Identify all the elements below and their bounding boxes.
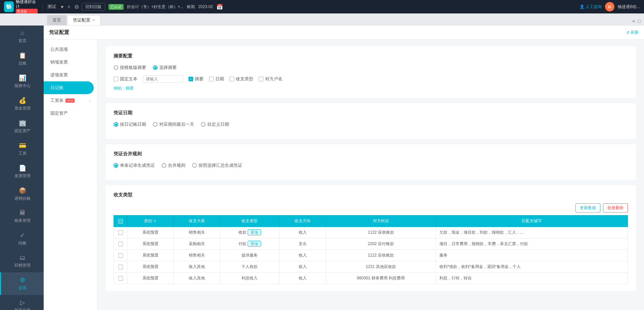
th-checkbox[interactable] [114, 216, 127, 227]
cell-category-3: 系统预置 [127, 261, 174, 273]
cell-checkbox-0[interactable] [114, 227, 127, 238]
sidebar-label-guide: 新手引导 [14, 308, 31, 310]
service-label: 人工咨询 [586, 4, 602, 10]
tax-icon: 🏛 [19, 209, 26, 217]
assets-icon: 🏢 [19, 119, 26, 127]
date-title: 凭证日期 [114, 110, 628, 116]
funds-icon: 💰 [19, 97, 26, 104]
sidebar-item-purchase[interactable]: 📦 进销台账 [0, 183, 44, 205]
sidebar-item-tax[interactable]: 🏛 税务管理 [0, 205, 44, 228]
dropdown-arrow-btn[interactable]: ▾ [61, 4, 63, 10]
service-link[interactable]: 👤 人工咨询 [579, 4, 602, 10]
type-tag-0[interactable]: 置顶 [248, 229, 261, 235]
radio-custom-date[interactable]: 自定义日期 [201, 121, 229, 127]
radio-single-record[interactable]: 单条记录生成凭证 [114, 162, 155, 168]
checkbox-counterpart[interactable]: 对方户名 [259, 76, 283, 82]
maximize-window-btn[interactable]: □ [638, 18, 641, 24]
user-name: 畅捷通B组... [618, 4, 640, 10]
calendar-btn[interactable]: 📅 [216, 4, 223, 10]
menu-item-journal[interactable]: 日记账 [44, 81, 94, 94]
cell-checkbox-1[interactable] [114, 238, 127, 250]
guide-icon: ▷ [20, 299, 25, 306]
cell-major-1: 采购相关 [174, 238, 220, 250]
sidebar-label-salary: 工资 [18, 151, 27, 156]
sidebar-label-close: 结账 [18, 240, 27, 246]
radio-period-last-day[interactable]: 对应期间最后一天 [153, 121, 194, 127]
logo-icon: 畅 [4, 1, 14, 12]
fixed-text-input[interactable] [143, 75, 183, 83]
th-type: 收支类型 [220, 216, 280, 227]
menu-item-purchase-invoice[interactable]: 进项发票 [44, 69, 97, 81]
sidebar-item-funds[interactable]: 💰 资金管理 [0, 93, 44, 115]
tab-home[interactable]: 首页 [47, 15, 67, 25]
sidebar-item-reports[interactable]: 📊 报表中心 [0, 70, 44, 93]
switch-version-btn[interactable]: 切到旧版 [82, 3, 105, 11]
radio-template-summary[interactable]: 按模板版摘要 [114, 65, 146, 71]
settings-btn[interactable]: ⚙ [74, 4, 79, 10]
merge-title: 凭证合并规则 [114, 151, 628, 157]
sidebar-item-home[interactable]: ⌂ 首页 [0, 26, 44, 48]
radio-merge-rule[interactable]: 合并规则 [162, 162, 185, 168]
close-window-btn[interactable]: × [632, 18, 635, 24]
cell-checkbox-2[interactable] [114, 250, 127, 261]
cell-direction-4: 收入 [280, 273, 326, 284]
sidebar-item-assets[interactable]: 🏢 固定资产 [0, 115, 44, 138]
sidebar-item-archive[interactable]: 🗂 归档管理 [0, 250, 44, 272]
sidebar-label-settings: 设置 [18, 285, 27, 291]
sidebar-item-close[interactable]: ✓ 结账 [0, 228, 44, 250]
cell-major-0: 销售相关 [174, 227, 220, 238]
income-section: 收支类型 更新数据 批量删除 类别 ∨ 收支大类 [105, 185, 636, 291]
cell-type-2: 提供服务 [220, 250, 280, 261]
menu-item-fixed-assets[interactable]: 固定资产 [44, 107, 97, 120]
checkbox-summary[interactable]: ✓ 摘要 [188, 76, 204, 82]
radio-period-circle [153, 122, 158, 127]
home-icon: ⌂ [20, 30, 24, 37]
tab-voucher-config[interactable]: 凭证配置 × [67, 15, 100, 25]
sidebar-label-tax: 税务管理 [14, 218, 31, 224]
menu-label-public: 公共选项 [50, 46, 68, 52]
cell-subject-3: 1221 其他应收款 [326, 261, 436, 273]
radio-period-label: 对应期间最后一天 [159, 121, 194, 127]
th-check-box [118, 219, 123, 224]
income-table: 类别 ∨ 收支大类 收支类型 收支方向 对方科目 匹配关键字 系统预置 销售相关 [114, 215, 628, 284]
cell-category-1: 系统预置 [127, 238, 174, 250]
cell-checkbox-3[interactable] [114, 261, 127, 273]
invoice-icon: 📄 [19, 164, 26, 172]
archive-icon: 🗂 [19, 254, 26, 261]
two-col: 公共选项 销项发票 进项发票 日记账 工资表 NEW › 固定资产 [44, 40, 644, 310]
tab-bar-right: × □ [632, 18, 644, 25]
cell-category-0: 系统预置 [127, 227, 174, 238]
cell-keywords-1: 项目，日常费用，报销款，车费，承兑汇票，付款 [436, 238, 628, 250]
sidebar-item-ledger[interactable]: 📋 总账 [0, 48, 44, 70]
type-tag-1[interactable]: 置顶 [248, 241, 261, 247]
cell-direction-0: 收入 [280, 227, 326, 238]
menu-item-sales-invoice[interactable]: 销项发票 [44, 56, 97, 69]
add-btn[interactable]: ＋ [66, 3, 72, 10]
checkbox-fixed-text-box [114, 77, 118, 81]
menu-item-public[interactable]: 公共选项 [44, 43, 97, 56]
refresh-btn[interactable]: ↺ 刷新 [626, 30, 639, 35]
radio-select-summary[interactable]: 选择摘要 [153, 65, 177, 71]
update-data-btn[interactable]: 更新数据 [575, 203, 600, 212]
sidebar-item-guide[interactable]: ▷ 新手引导 [0, 295, 44, 310]
checkbox-counterpart-box [259, 77, 263, 81]
radio-by-journal-date[interactable]: 按日记账日期 [114, 121, 146, 127]
cell-subject-2: 1122 应收账款 [326, 250, 436, 261]
tab-close-icon[interactable]: × [92, 18, 95, 23]
radio-aggregate[interactable]: 按照选择汇总生成凭证 [192, 162, 242, 168]
sidebar-item-salary[interactable]: 💳 工资 [0, 138, 44, 160]
th-category: 类别 ∨ [127, 216, 174, 227]
sidebar-item-invoice[interactable]: 📄 发票管理 [0, 160, 44, 183]
service-icon: 👤 [579, 4, 585, 9]
menu-item-salary-table[interactable]: 工资表 NEW › [44, 94, 97, 107]
checkbox-fixed-text[interactable]: 固定文本 [114, 76, 137, 82]
radio-template-label: 按模板版摘要 [120, 65, 146, 71]
checkbox-income-type[interactable]: 收支类型 [229, 76, 253, 82]
sidebar-label-home: 首页 [18, 38, 27, 44]
radio-journal-label: 按日记账日期 [120, 121, 146, 127]
sidebar-item-settings[interactable]: ⚙ 设置 [0, 272, 44, 295]
checkbox-date[interactable]: 日期 [209, 76, 224, 82]
sidebar-label-archive: 归档管理 [14, 263, 31, 268]
batch-delete-btn[interactable]: 批量删除 [603, 203, 628, 212]
cell-checkbox-4[interactable] [114, 273, 127, 284]
